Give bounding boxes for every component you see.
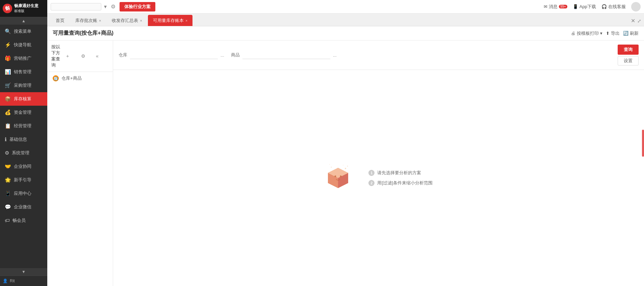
sidebar-item-operations[interactable]: 📋 经营管理 — [0, 119, 47, 133]
sidebar-item-label-appcenter: 应用中心 — [14, 190, 31, 197]
export-button[interactable]: ⬆ 导出 — [606, 30, 620, 36]
logo-icon: 畅 — [3, 4, 12, 13]
user-avatar[interactable] — [631, 2, 641, 11]
svg-point-10 — [331, 167, 332, 168]
tab-available-ledger[interactable]: 可用量库存账本 × — [148, 15, 192, 26]
app-download-button[interactable]: 📱 App下载 — [573, 4, 596, 10]
query-panel: 仓库 ... 商品 ... 查询 设置 — [113, 41, 644, 286]
sidebar-item-search[interactable]: 🔍 搜索菜单 — [0, 25, 47, 38]
sidebar-item-label-inventory: 库存核算 — [14, 96, 31, 102]
sidebar-item-newbie[interactable]: 🌟 新手引导 — [0, 173, 47, 187]
sidebar-item-wechat[interactable]: 💬 企业微信 — [0, 200, 47, 214]
tab-receive-summary-close[interactable]: × — [140, 19, 142, 23]
empty-state-text-area: 1 请先选择要分析的方案 2 用[过滤]条件来缩小分析范围 — [368, 170, 432, 186]
print-button[interactable]: 🖨 按模板打印 ▾ — [571, 30, 602, 36]
appcenter-icon: 📱 — [5, 190, 11, 197]
sidebar-item-marketing[interactable]: 🎁 营销推广 — [0, 52, 47, 65]
topbar-search-input[interactable] — [51, 3, 101, 10]
product-more-button[interactable]: ... — [333, 53, 337, 58]
page-title: 可用量查询(按仓库+商品) — [53, 30, 113, 37]
tab-home[interactable]: 首页 — [51, 15, 70, 26]
online-service-button[interactable]: 🎧 在线客服 — [601, 4, 626, 10]
tab-receive-summary[interactable]: 收发存汇总表 × — [107, 15, 147, 26]
sidebar-item-purchase[interactable]: 🛒 采购管理 — [0, 79, 47, 92]
product-filter-field: 商品 ... — [231, 51, 337, 59]
sidebar-item-label-basic: 基础信息 — [9, 136, 27, 142]
sidebar-bottom[interactable]: 👤 Rit — [0, 276, 47, 286]
sidebar-item-label-wechat: 企业微信 — [14, 204, 31, 210]
filter-settings-icon[interactable]: ⚙ — [81, 53, 94, 59]
sidebar-item-cooperation[interactable]: 🤝 企业协同 — [0, 160, 47, 173]
operations-icon: 📋 — [5, 123, 11, 129]
main-area: ▾ ⚙ 体验行业方案 ✉ 消息 99+ 📱 App下载 🎧 在线客服 首页 — [47, 0, 644, 286]
empty-state: 1 请先选择要分析的方案 2 用[过滤]条件来缩小分析范围 — [113, 70, 644, 286]
empty-hint-1: 1 请先选择要分析的方案 — [368, 170, 432, 176]
industry-solution-button[interactable]: 体验行业方案 — [120, 2, 155, 11]
tabbar-expand-button[interactable]: ⤢ — [637, 18, 641, 24]
product-input[interactable] — [242, 51, 330, 59]
sidebar-item-label-purchase: 采购管理 — [14, 82, 31, 88]
page-header: 可用量查询(按仓库+商品) 🖨 按模板打印 ▾ ⬆ 导出 🔄 刷新 — [47, 26, 644, 41]
sidebar-item-appcenter[interactable]: 📱 应用中心 — [0, 187, 47, 200]
print-icon: 🖨 — [571, 31, 575, 36]
sidebar-item-label-finance: 资金管理 — [14, 109, 31, 115]
query-filters: 仓库 ... 商品 ... 查询 设置 — [113, 41, 644, 70]
app-download-label: App下载 — [579, 4, 596, 10]
query-button[interactable]: 查询 — [618, 45, 639, 55]
filter-add-icon[interactable]: + — [66, 53, 79, 59]
sidebar-item-label-operations: 经营管理 — [14, 123, 31, 129]
sidebar-item-label-cooperation: 企业协同 — [14, 163, 31, 170]
sidebar-item-shortcut[interactable]: ⚡ 快捷导航 — [0, 38, 47, 52]
warehouse-more-button[interactable]: ... — [221, 53, 224, 58]
sidebar-item-label-search: 搜索菜单 — [14, 28, 31, 34]
sidebar-scroll-down[interactable]: ▼ — [0, 268, 47, 276]
sidebar-nav: 🔍 搜索菜单 ⚡ 快捷导航 🎁 营销推广 📊 销售管理 🛒 采购管理 📦 库存核… — [0, 25, 47, 268]
sidebar-logo: 畅 畅康通好生意 标准版 — [0, 0, 47, 17]
filter-scheme-item[interactable]: 🔄 仓库+商品 — [47, 72, 113, 85]
tabbar-close-all-button[interactable]: ✕ — [631, 18, 635, 24]
tab-batch-ledger[interactable]: 库存批次账 × — [70, 15, 106, 26]
warehouse-input[interactable] — [130, 51, 218, 59]
topbar-gear-icon[interactable]: ⚙ — [109, 3, 117, 10]
tabbar-right-controls: ✕ ⤢ — [631, 18, 644, 26]
empty-state-icon — [325, 161, 358, 195]
empty-box-svg — [325, 161, 352, 188]
marketing-icon: 🎁 — [5, 55, 11, 61]
sidebar-item-inventory[interactable]: 📦 库存核算 — [0, 92, 47, 106]
sidebar-item-system[interactable]: ⚙ 系统管理 — [0, 146, 47, 160]
sidebar-item-label-sales: 销售管理 — [14, 69, 31, 75]
sidebar-item-finance[interactable]: 💰 资金管理 — [0, 106, 47, 119]
filter-collapse-button[interactable]: « — [96, 53, 109, 59]
sidebar-scroll-up[interactable]: ▲ — [0, 17, 47, 25]
query-settings-button[interactable]: 设置 — [618, 56, 639, 66]
messages-button[interactable]: ✉ 消息 99+ — [544, 4, 567, 10]
sidebar-item-label-shortcut: 快捷导航 — [14, 42, 31, 48]
tab-receive-summary-label: 收发存汇总表 — [112, 18, 138, 24]
svg-point-7 — [345, 168, 346, 169]
sidebar-item-label-newbie: 新手引导 — [14, 177, 31, 183]
refresh-button[interactable]: 🔄 刷新 — [623, 30, 639, 36]
print-label: 按模板打印 — [577, 30, 599, 36]
messages-label: 消息 — [549, 4, 558, 10]
product-label: 商品 — [231, 52, 240, 58]
system-icon: ⚙ — [5, 150, 9, 156]
svg-point-8 — [347, 166, 348, 167]
tab-available-ledger-close[interactable]: × — [185, 19, 187, 23]
sidebar-item-basic[interactable]: ℹ 基础信息 — [0, 133, 47, 146]
sidebar-item-sales[interactable]: 📊 销售管理 — [0, 65, 47, 79]
export-label: 导出 — [611, 30, 620, 36]
tab-home-label: 首页 — [56, 18, 65, 24]
sidebar-item-membership[interactable]: 🏷 畅会员 — [0, 214, 47, 227]
app-download-icon: 📱 — [573, 4, 578, 9]
topbar-dropdown-icon[interactable]: ▾ — [103, 3, 108, 10]
scrollbar-handle[interactable] — [642, 130, 644, 157]
filter-panel: 按以下方案查询 + ⚙ « 🔄 仓库+商品 — [47, 41, 113, 286]
online-service-icon: 🎧 — [601, 4, 607, 9]
svg-point-11 — [329, 164, 330, 165]
sidebar-bottom-label: Rit — [10, 279, 15, 283]
shortcut-icon: ⚡ — [5, 42, 11, 48]
tab-batch-ledger-close[interactable]: × — [99, 19, 101, 23]
inventory-icon: 📦 — [5, 96, 11, 102]
basic-icon: ℹ — [5, 136, 7, 142]
sales-icon: 📊 — [5, 69, 11, 75]
